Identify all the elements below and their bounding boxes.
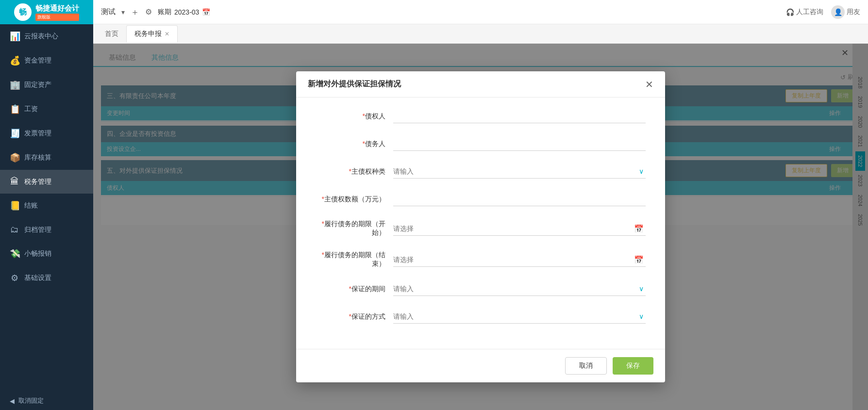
form-field-guarantee-method: *保证的方式 ∨ [316,310,646,324]
support-button[interactable]: 🎧 人工咨询 [786,8,823,16]
tab-tax-report-label: 税务申报 [134,30,162,38]
invoice-icon: 🧾 [10,128,19,139]
debtor-label: *债务人 [316,140,393,148]
page-content: 基础信息 其他信息 ↺ 刷新 [93,44,868,410]
save-button[interactable]: 保存 [613,357,653,375]
form-field-creditor: *债权人 [316,109,646,123]
sidebar-item-fixed-assets[interactable]: 🏢 固定资产 [0,73,93,97]
form-field-claim-amount: *主债权数额（万元） [316,192,646,206]
guarantee-period-label: *保证的期间 [316,285,393,294]
form-field-guarantee-period: *保证的期间 ∨ [316,282,646,296]
sidebar-item-label: 库存核算 [24,153,51,162]
sidebar-item-payroll[interactable]: 📋 工资 [0,97,93,121]
sidebar-item-archive[interactable]: 🗂 归档管理 [0,218,93,242]
company-name: 测试 [101,7,116,16]
claim-amount-input[interactable] [393,192,646,206]
sidebar-item-label: 结账 [24,201,38,210]
guarantee-period-wrapper: ∨ [393,282,646,296]
tab-tax-report[interactable]: 税务申报 ✕ [126,25,178,42]
debt-start-label: *履行债务的期限（开始） [316,220,393,237]
form-field-debt-end: *履行债务的期限（结束） 📅 [316,251,646,268]
sidebar-item-fund[interactable]: 💰 资金管理 [0,49,93,73]
guarantee-method-input[interactable] [393,310,646,323]
debt-end-calendar-icon[interactable]: 📅 [634,255,644,264]
tax-icon: 🏛 [10,177,19,187]
accounting-icon: 📒 [10,200,19,211]
debtor-input[interactable] [393,137,646,151]
debt-start-wrapper: 📅 [393,222,646,236]
archive-icon: 🗂 [10,225,19,235]
required-marker: * [322,251,324,259]
sidebar-item-tax[interactable]: 🏛 税务管理 [0,170,93,194]
sidebar-item-invoice[interactable]: 🧾 发票管理 [0,121,93,146]
period-calendar-icon[interactable]: 📅 [202,8,210,16]
required-marker: * [363,112,365,120]
debt-start-calendar-icon[interactable]: 📅 [634,224,644,233]
inventory-icon: 📦 [10,152,19,163]
sidebar-item-label: 资金管理 [24,56,51,65]
add-button[interactable]: ＋ [131,6,139,18]
form-field-debt-start: *履行债务的期限（开始） 📅 [316,220,646,237]
tab-close-icon[interactable]: ✕ [165,31,169,37]
company-chevron-icon[interactable]: ▾ [121,8,125,16]
settings-gear-icon[interactable]: ⚙ [145,7,152,16]
period-value: 2023-03 [174,8,199,16]
required-marker: * [349,312,351,320]
logo-title: 畅捷通好会计 [35,4,79,13]
claim-type-chevron-icon[interactable]: ∨ [639,167,644,175]
sidebar-item-cloud-reports[interactable]: 📊 云报表中心 [0,24,93,49]
payroll-icon: 📋 [10,104,19,115]
tabbar: 首页 税务申报 ✕ [93,24,868,44]
required-marker: * [349,167,351,175]
claim-type-input[interactable] [393,164,646,178]
fund-icon: 💰 [10,55,19,66]
tab-home[interactable]: 首页 [97,26,126,42]
modal-overlay: 新增对外提供保证担保情况 ✕ *债权人 [93,44,868,410]
sidebar-item-label: 工资 [24,105,38,114]
creditor-input-wrapper [393,109,646,123]
period-label: 账期 [158,8,171,16]
cancel-button[interactable]: 取消 [565,357,607,375]
guarantee-method-chevron-icon[interactable]: ∨ [639,312,644,320]
sidebar-item-label: 税务管理 [24,178,51,186]
unpin-label: 取消固定 [18,396,44,405]
sidebar-item-expense[interactable]: 💸 小畅报销 [0,242,93,266]
sidebar: 畅 畅捷通好会计 旗舰版 📊 云报表中心 💰 资金管理 🏢 固定资产 📋 工资 [0,0,93,410]
modal-header: 新增对外提供保证担保情况 ✕ [296,71,665,98]
guarantee-period-chevron-icon[interactable]: ∨ [639,285,644,293]
debtor-input-wrapper [393,137,646,151]
user-button[interactable]: 👤 用友 [831,5,860,19]
settings-icon: ⚙ [10,273,19,283]
sidebar-item-label: 归档管理 [24,226,51,234]
sidebar-item-accounting[interactable]: 📒 结账 [0,194,93,218]
modal-close-icon[interactable]: ✕ [645,80,653,89]
guarantee-method-label: *保证的方式 [316,312,393,321]
sidebar-item-inventory[interactable]: 📦 库存核算 [0,146,93,170]
topbar-right: 🎧 人工咨询 👤 用友 [786,5,860,19]
claim-type-select-wrapper: ∨ [393,164,646,179]
support-label: 人工咨询 [796,8,823,16]
debt-end-input[interactable] [393,253,646,266]
headset-icon: 🎧 [786,8,794,16]
required-marker: * [322,220,324,228]
required-marker: * [349,285,351,293]
required-marker: * [363,140,365,148]
guarantee-period-input[interactable] [393,282,646,295]
sidebar-logo: 畅 畅捷通好会计 旗舰版 [0,0,93,24]
modal-add-guarantee: 新增对外提供保证担保情况 ✕ *债权人 [296,71,665,382]
modal-body: *债权人 *债务人 [296,98,665,349]
unpin-icon: ◀ [10,397,15,405]
expense-icon: 💸 [10,248,19,259]
period-selector: 账期 2023-03 📅 [158,8,210,16]
sidebar-item-label: 云报表中心 [24,32,58,41]
debt-end-wrapper: 📅 [393,253,646,267]
sidebar-item-settings[interactable]: ⚙ 基础设置 [0,266,93,290]
guarantee-method-wrapper: ∨ [393,310,646,324]
creditor-input[interactable] [393,109,646,123]
sidebar-unpin-button[interactable]: ◀ 取消固定 [0,392,93,410]
logo-text-wrapper: 畅捷通好会计 旗舰版 [35,4,79,21]
modal-title: 新增对外提供保证担保情况 [308,79,401,89]
sidebar-item-label: 发票管理 [24,129,51,138]
debt-start-input[interactable] [393,222,646,235]
form-field-claim-type: *主债权种类 ∨ [316,164,646,179]
